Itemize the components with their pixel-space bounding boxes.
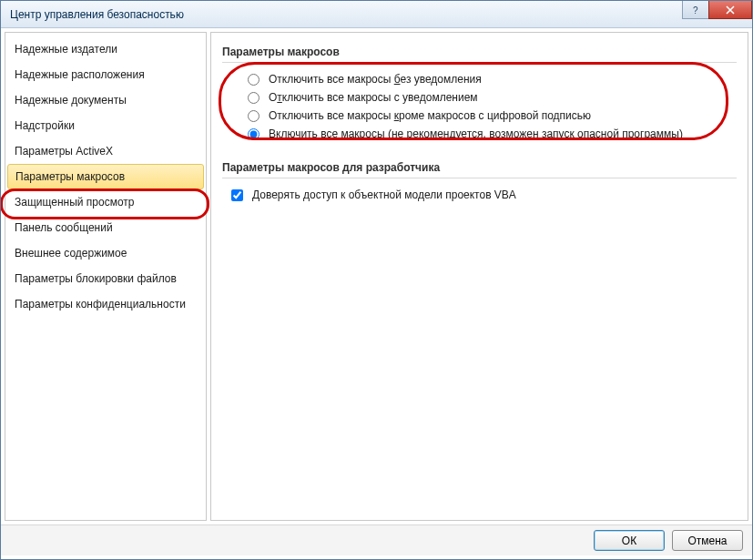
sidebar-item-addins[interactable]: Надстройки — [5, 113, 206, 138]
titlebar: Центр управления безопасностью ? — [1, 1, 752, 28]
radio-disable-except-signed-label: Отключить все макросы кроме макросов с ц… — [269, 109, 591, 122]
radio-disable-no-notify-row: Отключить все макросы без уведомления — [222, 70, 737, 88]
sidebar-item-trusted-documents[interactable]: Надежные документы — [5, 87, 206, 113]
radio-disable-no-notify-label: Отключить все макросы без уведомления — [269, 73, 482, 86]
radio-disable-no-notify[interactable] — [248, 74, 259, 86]
close-button[interactable] — [708, 1, 752, 19]
sidebar: Надежные издатели Надежные расположения … — [5, 32, 207, 521]
checkbox-trust-vba-row: Доверять доступ к объектной модели проек… — [222, 186, 737, 204]
sidebar-item-protected-view[interactable]: Защищенный просмотр — [5, 189, 206, 215]
radio-enable-all-label: Включить все макросы (не рекомендуется, … — [269, 127, 683, 140]
radio-disable-with-notify[interactable] — [248, 92, 259, 104]
section-developer-header: Параметры макросов для разработчика — [222, 156, 737, 178]
checkbox-trust-vba[interactable] — [231, 189, 243, 201]
sidebar-item-trusted-publishers[interactable]: Надежные издатели — [5, 36, 206, 62]
sidebar-item-trusted-locations[interactable]: Надежные расположения — [5, 62, 206, 87]
radio-enable-all-row: Включить все макросы (не рекомендуется, … — [222, 125, 737, 143]
sidebar-item-external-content[interactable]: Внешнее содержимое — [5, 240, 206, 266]
sidebar-item-message-bar[interactable]: Панель сообщений — [5, 215, 206, 240]
sidebar-item-privacy[interactable]: Параметры конфиденциальности — [5, 291, 206, 317]
button-bar: ОК Отмена — [1, 524, 752, 555]
cancel-button[interactable]: Отмена — [672, 530, 743, 551]
checkbox-trust-vba-label: Доверять доступ к объектной модели проек… — [252, 188, 516, 201]
svg-text:?: ? — [693, 5, 698, 15]
window-controls: ? — [683, 1, 752, 19]
window-title: Центр управления безопасностью — [10, 8, 184, 21]
radio-disable-with-notify-row: Отключить все макросы с уведомлением — [222, 88, 737, 107]
main-panel: Параметры макросов Отключить все макросы… — [210, 32, 748, 521]
sidebar-item-file-block[interactable]: Параметры блокировки файлов — [5, 266, 206, 291]
sidebar-item-activex[interactable]: Параметры ActiveX — [5, 138, 206, 164]
help-button[interactable]: ? — [682, 1, 709, 19]
dialog-body: Надежные издатели Надежные расположения … — [1, 28, 752, 524]
radio-disable-except-signed[interactable] — [248, 110, 259, 122]
section-developer: Параметры макросов для разработчика Дове… — [222, 156, 737, 204]
radio-enable-all[interactable] — [248, 128, 259, 140]
radio-disable-with-notify-label: Отключить все макросы с уведомлением — [269, 91, 478, 104]
sidebar-item-macro-settings[interactable]: Параметры макросов — [7, 164, 204, 189]
ok-button[interactable]: ОК — [594, 530, 665, 551]
radio-disable-except-signed-row: Отключить все макросы кроме макросов с ц… — [222, 107, 737, 125]
section-macro-settings-header: Параметры макросов — [222, 40, 737, 63]
